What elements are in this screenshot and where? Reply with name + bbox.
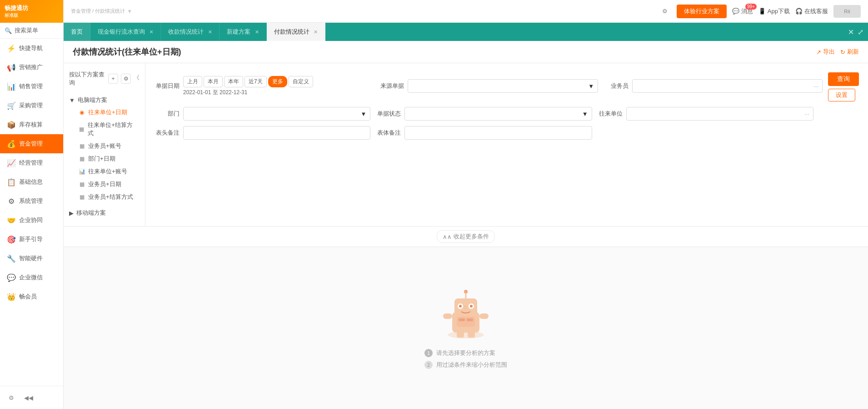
- sidebar-item-system[interactable]: ⚙ 系统管理: [0, 192, 63, 211]
- member-icon: 👑: [7, 293, 15, 301]
- scheme-group-pc-title[interactable]: ▼ 电脑端方案: [69, 94, 140, 106]
- sidebar-item-quick-nav[interactable]: ⚡ 快捷导航: [0, 39, 63, 58]
- related-party-select[interactable]: ···: [626, 107, 813, 121]
- chevron-down-icon: ▼: [69, 97, 75, 104]
- svg-point-8: [464, 290, 468, 293]
- sidebar-item-enterprise[interactable]: 🤝 企业协同: [0, 211, 63, 230]
- online-service-btn[interactable]: 🎧 在线客服: [795, 7, 828, 15]
- body-note-input[interactable]: [404, 126, 592, 140]
- guide-icon: 🎯: [7, 235, 15, 243]
- scheme-add-btn[interactable]: +: [108, 74, 118, 84]
- sidebar-nav: ⚡ 快捷导航 📢 营销推广 📊 销售管理 🛒 采购管理 📦 库存核算 💰 资金管…: [0, 39, 63, 386]
- source-field: 来源单据 ▼: [379, 79, 598, 93]
- date-btn-this-month[interactable]: 本月: [204, 76, 223, 87]
- tab-pay-stat-close-icon[interactable]: ×: [314, 29, 318, 35]
- purchase-icon: 🛒: [7, 101, 15, 110]
- sidebar-bottom: ⚙ ◀◀: [0, 386, 63, 409]
- empty-state: ? 1 请先选择要分析的方案 2 用过滤条件来缩小分析范围: [64, 247, 868, 409]
- sidebar-item-marketing[interactable]: 📢 营销推广: [0, 58, 63, 77]
- tab-pay-stat[interactable]: 付款情况统计 ×: [267, 23, 325, 41]
- scheme-settings-btn[interactable]: ⚙: [121, 74, 131, 84]
- scheme-header-label: 按以下方案查询: [69, 71, 108, 87]
- tab-close-all-icon[interactable]: ✕: [848, 28, 854, 36]
- date-btn-last-month[interactable]: 上月: [183, 76, 202, 87]
- empty-tip-2: 2 用过滤条件来缩小分析范围: [424, 361, 507, 369]
- sidebar-item-sales[interactable]: 📊 销售管理: [0, 77, 63, 96]
- header-note-input[interactable]: [183, 126, 370, 140]
- sidebar-item-label: 库存核算: [19, 121, 43, 129]
- tab-home[interactable]: 首页: [64, 23, 90, 41]
- scheme-item-0[interactable]: ◉ 往来单位+日期: [69, 106, 140, 119]
- scheme-item-3-icon: ▦: [78, 155, 85, 162]
- tab-receive-stat-close-icon[interactable]: ×: [208, 29, 212, 35]
- tab-receive-stat[interactable]: 收款情况统计 ×: [161, 23, 219, 41]
- sidebar-item-label: 资金管理: [19, 140, 43, 148]
- scheme-item-1[interactable]: ▦ 往来单位+结算方式: [69, 119, 140, 140]
- tabbar-controls: ✕ ⤢: [843, 23, 868, 41]
- content-area: 付款情况统计(往来单位+日期) ↗ 导出 ↻ 刷新 按以下方案查询: [64, 41, 868, 409]
- sidebar-item-hardware[interactable]: 🔧 智能硬件: [0, 249, 63, 268]
- scheme-group-pc: ▼ 电脑端方案 ◉ 往来单位+日期 ▦ 往来单位+结算方式 ▦: [69, 94, 140, 203]
- sidebar-item-purchase[interactable]: 🛒 采购管理: [0, 96, 63, 115]
- salesperson-select[interactable]: ···: [632, 79, 823, 93]
- date-options: 上月 本月 本年 近7天 更多 自定义: [183, 76, 374, 87]
- scheme-collapse-btn[interactable]: 《: [134, 74, 140, 84]
- settings-btn[interactable]: 设置: [828, 89, 855, 101]
- export-label: 导出: [823, 48, 835, 56]
- department-chevron-icon: ▼: [360, 111, 366, 117]
- voucher-status-select[interactable]: ▼: [404, 107, 592, 121]
- tab-new-scheme-close-icon[interactable]: ×: [255, 29, 259, 35]
- sidebar-item-finance[interactable]: 💰 资金管理: [0, 134, 63, 153]
- collapse-sidebar-btn[interactable]: ◀◀: [22, 391, 35, 404]
- scheme-item-3[interactable]: ▦ 部门+日期: [69, 152, 140, 165]
- source-select[interactable]: ▼: [408, 79, 598, 93]
- scheme-item-6-icon: ▦: [78, 193, 85, 201]
- date-label: 单据日期: [155, 82, 180, 90]
- search-menu[interactable]: 🔍 搜索菜单: [0, 23, 63, 39]
- sidebar-item-weixin[interactable]: 💬 企业微信: [0, 268, 63, 287]
- tab-bank-flow[interactable]: 现金银行流水查询 ×: [90, 23, 161, 41]
- query-btn[interactable]: 查询: [828, 72, 859, 86]
- sidebar-item-guide[interactable]: 🎯 新手引导: [0, 230, 63, 249]
- sales-icon: 📊: [7, 82, 15, 91]
- sidebar-item-inventory[interactable]: 📦 库存核算: [0, 115, 63, 134]
- svg-rect-12: [459, 318, 465, 321]
- scheme-item-4[interactable]: 📊 往来单位+账号: [69, 165, 140, 178]
- topbar-settings-btn[interactable]: ⚙: [658, 5, 671, 18]
- message-btn[interactable]: 💬 消息 99+: [732, 7, 753, 15]
- tab-bank-flow-close-icon[interactable]: ×: [150, 29, 153, 35]
- settings-bottom-btn[interactable]: ⚙: [5, 391, 18, 404]
- refresh-btn[interactable]: ↻ 刷新: [840, 48, 859, 56]
- enterprise-icon: 🤝: [7, 216, 15, 224]
- tab-new-scheme[interactable]: 新建方案 ×: [219, 23, 266, 41]
- sidebar-item-label: 采购管理: [19, 101, 43, 110]
- sidebar-item-member[interactable]: 👑 畅会员: [0, 287, 63, 306]
- date-btn-this-year[interactable]: 本年: [224, 76, 243, 87]
- user-avatar[interactable]: Rit: [833, 5, 861, 18]
- scheme-item-5[interactable]: ▦ 业务员+日期: [69, 178, 140, 191]
- scheme-item-2[interactable]: ▦ 业务员+账号: [69, 140, 140, 152]
- date-btn-more[interactable]: 更多: [268, 76, 287, 87]
- department-select[interactable]: ▼: [183, 107, 370, 121]
- tab-expand-icon[interactable]: ⤢: [858, 28, 863, 36]
- trial-btn[interactable]: 体验行业方案: [677, 5, 727, 18]
- scheme-item-1-icon: ▦: [78, 126, 85, 133]
- export-btn[interactable]: ↗ 导出: [816, 48, 835, 56]
- date-btn-custom[interactable]: 自定义: [289, 76, 313, 87]
- sidebar-item-operations[interactable]: 📈 经营管理: [0, 153, 63, 172]
- refresh-label: 刷新: [847, 48, 859, 56]
- app-download-btn[interactable]: 📱 App下载: [758, 7, 790, 15]
- headset-icon: 🎧: [795, 8, 803, 15]
- scheme-item-6[interactable]: ▦ 业务员+结算方式: [69, 191, 140, 203]
- app-logo: 畅捷通坊 标准版: [0, 0, 63, 23]
- collapse-more-btn[interactable]: ∧∧ 收起更多条件: [437, 230, 495, 243]
- date-btn-7days[interactable]: 近7天: [244, 76, 267, 87]
- sidebar-item-basic[interactable]: 📋 基础信息: [0, 172, 63, 192]
- header-note-field: 表头备注: [155, 126, 370, 140]
- search-label: 搜索菜单: [15, 26, 38, 35]
- salesperson-label: 业务员: [604, 82, 629, 90]
- svg-point-6: [470, 305, 473, 308]
- scheme-item-5-label: 业务员+日期: [88, 180, 121, 188]
- app-edition: 标准版: [5, 12, 28, 19]
- scheme-group-mobile-title[interactable]: ▶ 移动端方案: [69, 207, 140, 219]
